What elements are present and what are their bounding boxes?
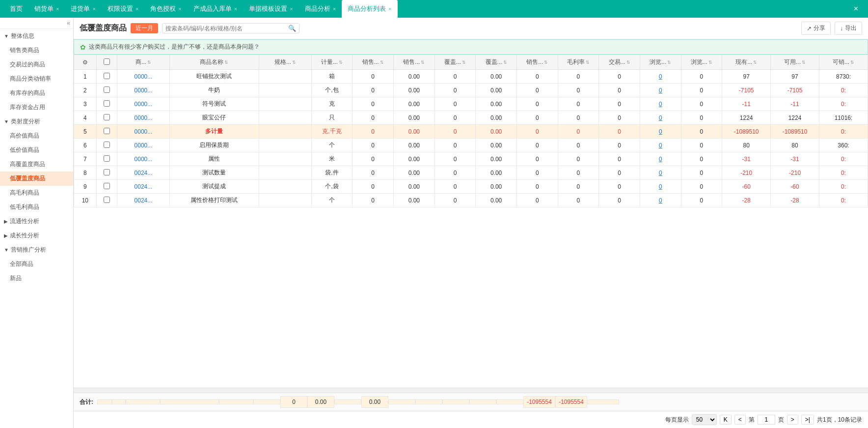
table-row: 8 0024... 测试数量 袋,件 0 0.00 0 0.00 0 0 0 0… — [74, 166, 868, 180]
expand-icon: ▼ — [4, 119, 9, 124]
column-spec[interactable]: 规格...⇅ — [259, 55, 311, 70]
expand-icon: ▼ — [4, 247, 9, 253]
last-page-button[interactable]: >| — [801, 415, 814, 425]
prev-page-button[interactable]: < — [734, 415, 746, 425]
sidebar-item-high-coverage[interactable]: 高覆盖度商品 — [0, 157, 73, 171]
close-icon[interactable]: × — [136, 6, 138, 12]
column-stock1[interactable]: 现有...⇅ — [722, 55, 771, 70]
nav-item-home[interactable]: 首页 — [4, 0, 28, 18]
column-unit[interactable]: 计量...⇅ — [311, 55, 353, 70]
close-icon[interactable]: × — [56, 6, 59, 12]
content-header: 低覆盖度商品 近一月 🔍 ↗ 分享 ↓ 导出 — [74, 18, 868, 39]
info-banner: ✿ 这类商品只有很少客户购买过，是推广不够，还是商品本身问题？ — [74, 39, 868, 55]
sidebar-section-marketing[interactable]: ▼ 营销推广分析 — [0, 243, 73, 257]
search-icon[interactable]: 🔍 — [288, 25, 296, 32]
column-name[interactable]: 商品名称⇅ — [169, 55, 259, 70]
sidebar-item-low-coverage[interactable]: 低覆盖度商品 — [0, 171, 73, 186]
sidebar-section-growth[interactable]: ▶ 成长性分析 — [0, 228, 73, 243]
table-row: 1 0000... 旺铺批次测试 箱 0 0.00 0 0.00 0 0 0 0… — [74, 70, 868, 84]
row-checkbox[interactable] — [104, 155, 110, 162]
nav-item-permission[interactable]: 权限设置 × — [102, 0, 144, 18]
per-page-select[interactable]: 50 20 100 — [692, 414, 717, 425]
expand-icon: ▼ — [4, 33, 9, 39]
sidebar-item-traded-goods[interactable]: 交易过的商品 — [0, 57, 73, 72]
column-browse2[interactable]: 浏览...⇅ — [681, 55, 722, 70]
row-checkbox[interactable] — [104, 169, 110, 175]
share-button[interactable]: ↗ 分享 — [801, 22, 831, 35]
nav-item-role[interactable]: 角色授权 × — [144, 0, 187, 18]
close-icon[interactable]: × — [178, 6, 181, 12]
first-page-button[interactable]: K — [720, 415, 732, 425]
nav-item-analysis[interactable]: 商品分析 × — [299, 0, 342, 18]
info-icon: ✿ — [80, 43, 86, 51]
row-checkbox[interactable] — [104, 100, 110, 107]
sidebar-item-stock-goods[interactable]: 有库存的商品 — [0, 86, 73, 100]
data-table: ⚙ 商...⇅ 商品名称⇅ 规格...⇅ 计量...⇅ 销售...⇅ 销售...… — [74, 55, 868, 207]
column-sales3[interactable]: 销售...⇅ — [516, 55, 558, 70]
column-margin[interactable]: 毛利率⇅ — [558, 55, 599, 70]
date-filter-button[interactable]: 近一月 — [131, 23, 158, 33]
nav-item-purchase[interactable]: 进货单 × — [65, 0, 101, 18]
next-page-button[interactable]: > — [787, 415, 798, 425]
window-close-button[interactable]: × — [848, 4, 864, 13]
row-checkbox[interactable] — [104, 86, 110, 93]
nav-item-sales[interactable]: 销货单 × — [28, 0, 65, 18]
sidebar-section-overview[interactable]: ▼ 整体信息 — [0, 29, 73, 43]
row-checkbox[interactable] — [104, 128, 110, 134]
search-box: 🔍 — [162, 23, 299, 33]
column-checkbox[interactable] — [96, 55, 117, 70]
top-navigation: 首页 销货单 × 进货单 × 权限设置 × 角色授权 × 产成品入库单 × 单据… — [0, 0, 868, 18]
search-input[interactable] — [165, 25, 288, 32]
row-checkbox[interactable] — [104, 114, 110, 120]
column-stock2[interactable]: 可用...⇅ — [771, 55, 819, 70]
close-icon[interactable]: × — [92, 6, 95, 12]
row-checkbox[interactable] — [104, 183, 110, 189]
sidebar-item-capital[interactable]: 库存资金占用 — [0, 100, 73, 114]
close-icon[interactable]: × — [333, 6, 336, 12]
select-all-checkbox[interactable] — [104, 58, 110, 65]
nav-item-analysis-list[interactable]: 商品分析列表 × — [342, 0, 397, 18]
content-area: 低覆盖度商品 近一月 🔍 ↗ 分享 ↓ 导出 ✿ 这类商品 — [74, 18, 868, 428]
column-sales1[interactable]: 销售...⇅ — [353, 55, 394, 70]
total-info: 共1页，10条记录 — [817, 416, 862, 424]
column-coverage1[interactable]: 覆盖...⇅ — [434, 55, 476, 70]
pagination-bar: 每页显示 50 20 100 K < 第 页 > >| 共1页，10条记录 — [74, 411, 868, 428]
nav-item-template[interactable]: 单据模板设置 × — [243, 0, 298, 18]
sidebar-item-category-rate[interactable]: 商品分类动销率 — [0, 72, 73, 86]
sidebar-section-flow[interactable]: ▶ 流通性分析 — [0, 214, 73, 228]
sidebar-collapse-btn[interactable]: « — [67, 20, 70, 27]
column-settings[interactable]: ⚙ — [74, 55, 97, 70]
sidebar-item-sales-goods[interactable]: 销售类商品 — [0, 43, 73, 57]
table-row: 6 0000... 启用保质期 个 0 0.00 0 0.00 0 0 0 0 … — [74, 139, 868, 152]
sidebar-item-new-goods[interactable]: 新品 — [0, 271, 73, 285]
sidebar-item-low-margin[interactable]: 低毛利商品 — [0, 200, 73, 214]
sidebar-item-high-value[interactable]: 高价值商品 — [0, 129, 73, 143]
export-icon: ↓ — [840, 25, 843, 32]
close-icon[interactable]: × — [290, 6, 293, 12]
column-browse1[interactable]: 浏览...⇅ — [640, 55, 681, 70]
column-code[interactable]: 商...⇅ — [117, 55, 169, 70]
column-sales2[interactable]: 销售...⇅ — [393, 55, 434, 70]
nav-item-warehouse[interactable]: 产成品入库单 × — [188, 0, 243, 18]
expand-icon: ▶ — [4, 233, 8, 238]
export-button[interactable]: ↓ 导出 — [835, 22, 862, 35]
horizontal-scrollbar[interactable] — [74, 388, 868, 393]
close-icon[interactable]: × — [234, 6, 237, 12]
sidebar-item-high-margin[interactable]: 高毛利商品 — [0, 186, 73, 200]
expand-icon: ▶ — [4, 219, 8, 224]
total-label: 合计: — [80, 398, 93, 406]
sidebar-item-all-goods[interactable]: 全部商品 — [0, 257, 73, 271]
sidebar-section-coverage[interactable]: ▼ 类射度分析 — [0, 114, 73, 129]
table-row: 7 0000... 属性 米 0 0.00 0 0.00 0 0 0 0 0 -… — [74, 152, 868, 166]
table-row: 2 0000... 牛奶 个,包 0 0.00 0 0.00 0 0 0 0 0… — [74, 84, 868, 97]
close-icon[interactable]: × — [388, 6, 391, 12]
column-trade[interactable]: 交易...⇅ — [599, 55, 640, 70]
sidebar-item-low-value[interactable]: 低价值商品 — [0, 143, 73, 157]
row-checkbox[interactable] — [104, 142, 110, 148]
row-checkbox[interactable] — [104, 197, 110, 203]
column-coverage2[interactable]: 覆盖...⇅ — [476, 55, 517, 70]
page-number-input[interactable] — [758, 415, 775, 425]
table-header-row: ⚙ 商...⇅ 商品名称⇅ 规格...⇅ 计量...⇅ 销售...⇅ 销售...… — [74, 55, 868, 70]
column-stock3[interactable]: 可销...⇅ — [819, 55, 868, 70]
row-checkbox[interactable] — [104, 73, 110, 79]
